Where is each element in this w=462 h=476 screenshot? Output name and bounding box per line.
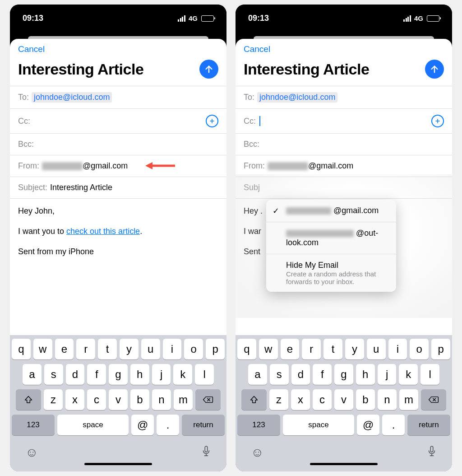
home-indicator[interactable] — [84, 463, 152, 465]
key-l[interactable]: l — [195, 364, 214, 385]
phone-right: 09:13 4G Cancel Interesting Article To: … — [236, 5, 452, 471]
key-v[interactable]: v — [109, 389, 128, 410]
key-r[interactable]: r — [76, 339, 95, 359]
return-key[interactable]: return — [407, 415, 450, 435]
key-d[interactable]: d — [66, 364, 85, 385]
key-e[interactable]: e — [281, 339, 300, 359]
key-p[interactable]: p — [431, 339, 450, 359]
key-r[interactable]: r — [302, 339, 321, 359]
return-key[interactable]: return — [182, 415, 225, 435]
cc-field[interactable]: Cc: — [236, 108, 452, 133]
numbers-key[interactable]: 123 — [12, 415, 55, 435]
body-link[interactable]: check out this article — [66, 227, 140, 236]
bcc-field[interactable]: Bcc: — [10, 133, 226, 155]
key-s[interactable]: s — [270, 364, 289, 385]
key-a[interactable]: a — [23, 364, 42, 385]
keyboard[interactable]: q w e r t y u i o p a s d f g h j k l — [10, 335, 226, 471]
from-option-outlook[interactable]: @out-look.com — [266, 222, 396, 254]
key-e[interactable]: e — [55, 339, 74, 359]
key-p[interactable]: p — [206, 339, 225, 359]
key-x[interactable]: x — [65, 389, 84, 410]
subject-field[interactable]: Subj — [236, 177, 452, 198]
keyboard[interactable]: q w e r t y u i o p a s d f g h j k l — [236, 335, 452, 471]
key-g[interactable]: g — [334, 364, 353, 385]
from-option-gmail[interactable]: ✓ @gmail.com — [266, 200, 396, 222]
to-field[interactable]: To: johndoe@icloud.com — [236, 86, 452, 108]
key-d[interactable]: d — [291, 364, 310, 385]
key-i[interactable]: i — [163, 339, 182, 359]
key-k[interactable]: k — [399, 364, 418, 385]
home-indicator[interactable] — [310, 463, 378, 465]
key-o[interactable]: o — [410, 339, 429, 359]
subject-field[interactable]: Subject: Interesting Article — [10, 177, 226, 198]
key-k[interactable]: k — [173, 364, 192, 385]
to-value[interactable]: johndoe@icloud.com — [32, 92, 112, 103]
key-n[interactable]: n — [152, 389, 171, 410]
from-picker-popover[interactable]: ✓ @gmail.com @out-look.com Hide My Email… — [266, 200, 396, 292]
key-h[interactable]: h — [130, 364, 149, 385]
key-w[interactable]: w — [259, 339, 278, 359]
key-v[interactable]: v — [334, 389, 353, 410]
key-n[interactable]: n — [378, 389, 397, 410]
send-button[interactable] — [425, 60, 444, 79]
to-value[interactable]: johndoe@icloud.com — [257, 92, 337, 103]
key-m[interactable]: m — [174, 389, 193, 410]
cc-field[interactable]: Cc: — [10, 108, 226, 133]
shift-key[interactable] — [16, 389, 41, 410]
key-m[interactable]: m — [399, 389, 418, 410]
key-j[interactable]: j — [152, 364, 171, 385]
from-option-hide-my-email[interactable]: Hide My Email Create a random address th… — [266, 254, 396, 292]
cancel-button[interactable]: Cancel — [244, 44, 270, 54]
dot-key[interactable]: . — [382, 415, 405, 435]
from-field[interactable]: From: @gmail.com — [236, 155, 452, 177]
send-button[interactable] — [199, 60, 218, 79]
key-j[interactable]: j — [378, 364, 397, 385]
key-t[interactable]: t — [98, 339, 117, 359]
key-g[interactable]: g — [109, 364, 128, 385]
key-w[interactable]: w — [33, 339, 52, 359]
key-b[interactable]: b — [130, 389, 149, 410]
add-contact-button[interactable] — [431, 115, 444, 127]
space-key[interactable]: space — [57, 415, 129, 435]
key-l[interactable]: l — [420, 364, 439, 385]
key-q[interactable]: q — [237, 339, 256, 359]
emoji-key[interactable]: ☺ — [251, 445, 264, 460]
key-a[interactable]: a — [248, 364, 267, 385]
at-key[interactable]: @ — [131, 415, 154, 435]
key-u[interactable]: u — [367, 339, 386, 359]
key-i[interactable]: i — [388, 339, 407, 359]
add-contact-button[interactable] — [206, 115, 218, 127]
dot-key[interactable]: . — [157, 415, 179, 435]
key-x[interactable]: x — [291, 389, 310, 410]
key-z[interactable]: z — [44, 389, 63, 410]
key-c[interactable]: c — [87, 389, 106, 410]
body-textarea[interactable]: Hey John, I want you to check out this a… — [10, 198, 226, 335]
status-time: 09:13 — [23, 14, 43, 23]
dictation-key[interactable] — [201, 445, 211, 460]
emoji-key[interactable]: ☺ — [25, 445, 38, 460]
numbers-key[interactable]: 123 — [237, 415, 280, 435]
bcc-field[interactable]: Bcc: — [236, 133, 452, 155]
key-c[interactable]: c — [313, 389, 332, 410]
key-b[interactable]: b — [356, 389, 375, 410]
cancel-button[interactable]: Cancel — [18, 44, 45, 54]
backspace-key[interactable] — [421, 389, 446, 410]
key-o[interactable]: o — [184, 339, 203, 359]
key-s[interactable]: s — [44, 364, 63, 385]
key-t[interactable]: t — [323, 339, 342, 359]
key-y[interactable]: y — [120, 339, 139, 359]
shift-key[interactable] — [241, 389, 267, 410]
space-key[interactable]: space — [283, 415, 354, 435]
key-f[interactable]: f — [87, 364, 106, 385]
key-f[interactable]: f — [313, 364, 332, 385]
from-field[interactable]: From: @gmail.com — [10, 155, 226, 177]
backspace-key[interactable] — [195, 389, 221, 410]
to-field[interactable]: To: johndoe@icloud.com — [10, 86, 226, 108]
key-u[interactable]: u — [141, 339, 160, 359]
key-q[interactable]: q — [12, 339, 31, 359]
key-z[interactable]: z — [269, 389, 288, 410]
dictation-key[interactable] — [427, 445, 437, 460]
key-h[interactable]: h — [356, 364, 375, 385]
key-y[interactable]: y — [345, 339, 364, 359]
at-key[interactable]: @ — [357, 415, 379, 435]
